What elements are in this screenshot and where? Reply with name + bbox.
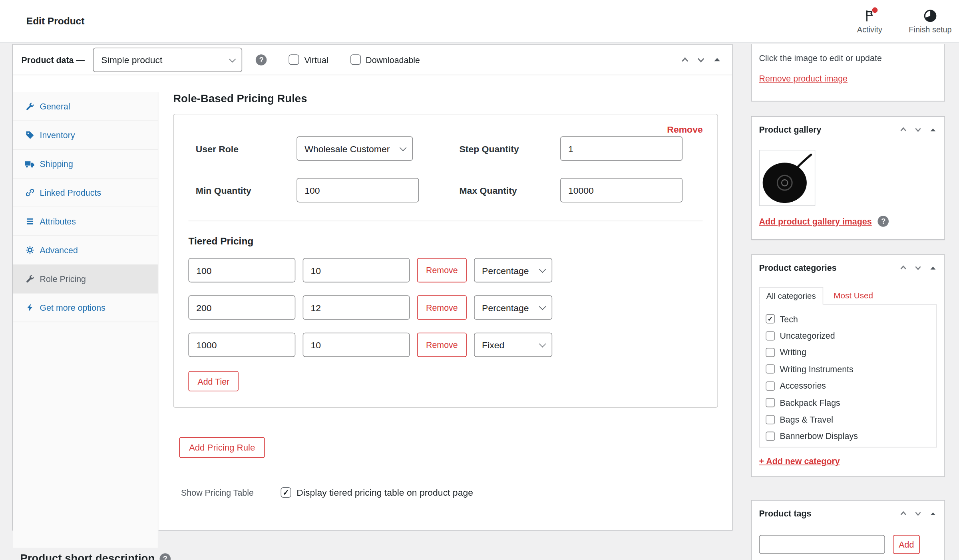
tab-advanced[interactable]: Advanced <box>13 236 158 265</box>
tier-type-value: Percentage <box>482 302 529 313</box>
tier-amount-input[interactable] <box>303 295 410 320</box>
chevron-down-icon <box>539 340 546 347</box>
tab-shipping[interactable]: Shipping <box>13 150 158 179</box>
gear-icon <box>25 246 34 255</box>
category-item: Uncategorized <box>766 327 936 344</box>
tier-remove-button[interactable]: Remove <box>417 333 467 357</box>
tier-qty-input[interactable] <box>188 295 295 320</box>
move-down-button[interactable] <box>911 507 925 520</box>
tab-label: Linked Products <box>40 188 101 197</box>
max-quantity-input[interactable] <box>560 178 682 202</box>
tab-label: Advanced <box>40 245 78 255</box>
category-checkbox[interactable] <box>766 381 775 391</box>
chevron-down-icon <box>229 55 236 62</box>
collapse-toggle-button[interactable] <box>926 261 939 275</box>
gallery-body: Add product gallery images ? <box>752 143 944 227</box>
tab-get-more-options[interactable]: Get more options <box>13 294 158 322</box>
panel-controls <box>897 123 939 137</box>
tier-type-select[interactable]: Fixed <box>474 333 552 357</box>
display-table-option: ✓ Display tiered pricing table on produc… <box>281 487 473 498</box>
category-checkbox[interactable] <box>766 398 775 407</box>
tab-all-categories[interactable]: All categories <box>759 287 823 305</box>
add-tier-button[interactable]: Add Tier <box>188 371 239 391</box>
tier-row: Remove Percentage <box>188 295 702 320</box>
category-label: Writing Instruments <box>780 364 854 374</box>
product-categories-panel: Product categories All categories Most U… <box>751 254 945 477</box>
section-heading: Role-Based Pricing Rules <box>173 92 718 105</box>
pricing-rule-card: Remove User Role Wholesale Customer Step… <box>173 114 718 408</box>
step-quantity-input[interactable] <box>560 136 682 161</box>
tiered-pricing-heading: Tiered Pricing <box>188 236 702 247</box>
collapse-toggle-button[interactable] <box>926 123 939 137</box>
add-tag-button[interactable]: Add <box>893 535 920 554</box>
tier-remove-button[interactable]: Remove <box>417 258 467 282</box>
tab-attributes[interactable]: Attributes <box>13 207 158 236</box>
list-icon <box>25 217 34 226</box>
tier-type-select[interactable]: Percentage <box>474 258 552 282</box>
product-type-help-icon[interactable]: ? <box>256 54 267 65</box>
tab-linked-products[interactable]: Linked Products <box>13 179 158 207</box>
tier-amount-input[interactable] <box>303 258 410 282</box>
screen: Edit Product Activity <box>0 0 959 560</box>
downloadable-checkbox[interactable] <box>350 54 361 65</box>
tier-qty-input[interactable] <box>188 258 295 282</box>
remove-product-image-link[interactable]: Remove product image <box>759 73 848 83</box>
finish-setup-button[interactable]: Finish setup <box>909 8 951 34</box>
move-up-button[interactable] <box>897 507 910 520</box>
tag-icon <box>25 131 34 140</box>
move-up-button[interactable] <box>897 261 910 275</box>
min-quantity-input[interactable] <box>296 178 419 202</box>
tab-inventory[interactable]: Inventory <box>13 121 158 150</box>
tier-qty-input[interactable] <box>188 333 295 357</box>
user-role-select[interactable]: Wholesale Customer <box>296 136 413 161</box>
role-pricing-panel: Role-Based Pricing Rules Remove User Rol… <box>159 92 732 516</box>
move-up-button[interactable] <box>897 123 910 137</box>
gallery-help-icon[interactable]: ? <box>878 216 889 227</box>
category-item: ✓ Tech <box>766 311 936 328</box>
category-item: Accessories <box>766 377 936 394</box>
remove-rule-link[interactable]: Remove <box>667 124 702 135</box>
categories-list[interactable]: ✓ Tech Uncategorized Writing Writing Ins… <box>759 304 937 447</box>
virtual-checkbox[interactable] <box>289 54 299 65</box>
lightning-icon <box>25 303 34 312</box>
category-label: Bags & Travel <box>780 415 833 424</box>
gallery-image-thumbnail[interactable] <box>759 150 815 206</box>
add-gallery-images-link[interactable]: Add product gallery images <box>759 216 871 226</box>
add-pricing-rule-button[interactable]: Add Pricing Rule <box>179 437 265 458</box>
tier-amount-input[interactable] <box>303 333 410 357</box>
tab-most-used[interactable]: Most Used <box>834 291 873 305</box>
tier-type-select[interactable]: Percentage <box>474 295 552 320</box>
category-checkbox[interactable] <box>766 415 775 424</box>
tab-general[interactable]: General <box>13 92 158 121</box>
move-down-button[interactable] <box>911 123 925 137</box>
product-data-tabs: General Inventory Shipping <box>13 92 158 548</box>
tier-remove-button[interactable]: Remove <box>417 295 467 320</box>
tab-role-pricing[interactable]: Role Pricing <box>13 265 158 294</box>
product-gallery-panel: Product gallery <box>751 116 945 240</box>
add-new-category-link[interactable]: + Add new category <box>759 456 840 466</box>
downloadable-label: Downloadable <box>366 55 420 64</box>
collapse-toggle-button[interactable] <box>926 507 939 520</box>
activity-button[interactable]: Activity <box>851 8 888 34</box>
collapse-toggle-button[interactable] <box>710 53 724 66</box>
category-checkbox[interactable]: ✓ <box>766 314 775 324</box>
flag-icon <box>862 8 877 24</box>
move-down-button[interactable] <box>694 53 708 66</box>
category-checkbox[interactable] <box>766 331 775 340</box>
divider <box>188 221 702 222</box>
product-data-header: Product data — Simple product ? Virtual … <box>13 45 732 75</box>
category-checkbox[interactable] <box>766 365 775 374</box>
tag-input[interactable] <box>759 535 885 554</box>
product-type-select[interactable]: Simple product <box>93 48 242 72</box>
category-checkbox[interactable] <box>766 431 775 441</box>
tab-label: Get more options <box>40 303 105 312</box>
category-checkbox[interactable] <box>766 348 775 357</box>
display-table-checkbox[interactable]: ✓ <box>281 487 291 498</box>
move-down-button[interactable] <box>911 261 925 275</box>
short-description-help-icon[interactable]: ? <box>160 553 171 560</box>
gallery-title: Product gallery <box>759 125 821 134</box>
move-up-button[interactable] <box>678 53 692 66</box>
category-label: Uncategorized <box>780 331 835 340</box>
min-quantity-label: Min Quantity <box>188 185 296 195</box>
chevron-down-icon <box>539 303 546 310</box>
